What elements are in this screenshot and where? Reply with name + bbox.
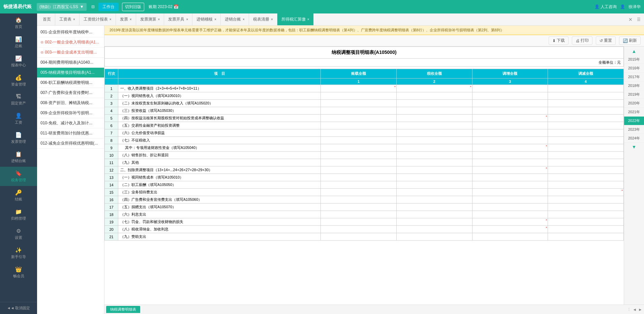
data-25-1[interactable] [321,226,397,233]
sidebar-item-member[interactable]: 👑 畅会员 [0,263,37,282]
tab-bar-menu[interactable]: ☰ [635,17,642,22]
data-14-3[interactable] [472,144,548,152]
data-8-4[interactable] [548,100,624,107]
data-22-2[interactable] [396,203,472,211]
data-16-1[interactable] [321,159,397,166]
data-6-4[interactable] [548,85,624,92]
data-18-1[interactable] [321,174,397,181]
data-9-3[interactable] [472,107,548,115]
tab-salary-close[interactable]: × [73,18,75,21]
list-item-004[interactable]: 004-期间费用明细表(A1040... [37,58,104,68]
sidebar-item-invoice[interactable]: 📄 发票管理 [0,128,37,148]
data-25-3[interactable] [472,226,548,233]
data-13-4[interactable] [548,137,624,144]
data-25-2[interactable] [396,226,472,233]
company-selector[interactable]: (物副）江西股宝-LSS ▼ [37,3,87,11]
data-14-4[interactable] [548,144,624,152]
sidebar-item-reports[interactable]: 📈 报表中心 [0,52,37,71]
year-2016[interactable]: 2016年 [624,64,644,73]
sidebar-item-ledger[interactable]: 📊 总账 [0,33,37,52]
old-version-btn[interactable]: 切到旧版 [122,3,144,11]
print-btn[interactable]: 🖨 打印 [572,36,592,45]
data-24-4[interactable] [548,218,624,226]
tab-inout-check-close[interactable]: × [214,18,216,21]
data-15-4[interactable] [548,152,624,159]
data-11-3[interactable] [472,122,548,129]
data-6-1[interactable] [321,85,397,92]
sidebar-item-finance[interactable]: 💰 资金管理 [0,71,37,90]
sidebar-item-close[interactable]: 🔑 结账 [0,186,37,205]
scroll-left-btn[interactable]: ◄ [633,307,637,312]
data-7-1[interactable] [321,92,397,100]
data-23-1[interactable] [321,211,397,218]
tab-bar-close-all[interactable]: ✕ [626,17,635,22]
year-2015[interactable]: 2015年 [624,55,644,64]
data-23-4[interactable] [548,211,624,218]
data-15-2[interactable] [396,152,472,159]
tab-invoice-open-close[interactable]: × [186,18,188,21]
data-7-4[interactable] [548,92,624,100]
tab-income-tax[interactable]: 所得税汇算缴 × [277,13,314,25]
data-16-2[interactable] [396,159,472,166]
data-12-3[interactable] [472,129,548,137]
tab-invoice-calc-close[interactable]: × [158,18,160,21]
data-25-4[interactable] [548,226,624,233]
year-2023[interactable]: 2023年 [624,125,644,134]
data-20-1[interactable] [321,189,397,196]
tab-tax-clear[interactable]: 税表清册 × [249,13,277,25]
tab-home[interactable]: 首页 [39,13,55,25]
tab-income-tax-close[interactable]: × [307,18,309,21]
year-2017[interactable]: 2017年 [624,73,644,82]
sidebar-item-settings[interactable]: ⚙ 设置 [0,224,37,244]
data-13-3[interactable] [472,137,548,144]
data-17-4[interactable] [548,166,624,174]
data-22-1[interactable] [321,203,397,211]
data-11-1[interactable] [321,122,397,129]
sidebar-item-home[interactable]: 🏠 首页 [0,13,37,33]
year-2019[interactable]: 2019年 [624,90,644,99]
data-23-2[interactable] [396,211,472,218]
list-item-003[interactable]: 003-一般企业成本支出明细... [37,48,104,58]
data-21-4[interactable] [548,196,624,203]
year-2020[interactable]: 2020年 [624,99,644,108]
data-15-1[interactable] [321,152,397,159]
tab-inout-ledger[interactable]: 进销台账 × [221,13,249,25]
data-20-4[interactable] [548,189,624,196]
data-9-1[interactable] [321,107,397,115]
list-item-005[interactable]: 005-纳税调整项目明细表(A1... [37,68,104,78]
data-16-4[interactable] [548,159,624,166]
data-11-4[interactable] [548,122,624,129]
sidebar-item-tax[interactable]: 🔖 税务管理 [0,167,37,186]
data-10-2[interactable] [396,115,472,122]
data-19-4[interactable] [548,181,624,189]
data-8-2[interactable] [396,100,472,107]
sidebar-item-inout[interactable]: 📋 进销台账 [0,148,37,167]
sidebar-item-archive[interactable]: 📁 归档管理 [0,205,37,224]
data-12-4[interactable] [548,129,624,137]
data-7-3[interactable] [472,92,548,100]
data-26-1[interactable] [321,233,397,241]
list-item-010[interactable]: 010-免税、减计收入及加计... [37,118,104,128]
year-2024[interactable]: 2024年 [624,134,644,143]
data-9-4[interactable] [548,107,624,115]
data-8-3[interactable] [472,100,548,107]
data-12-2[interactable] [396,129,472,137]
tab-tax-clear-close[interactable]: × [271,18,273,21]
data-22-3[interactable] [472,203,548,211]
tab-inout-check[interactable]: 进销稽核 × [192,13,221,25]
year-2021[interactable]: 2021年 [624,108,644,117]
workbench-btn[interactable]: 工作台 [98,3,119,11]
list-item-012[interactable]: 012-减免企业所得税优惠明细(... [37,138,104,149]
data-20-3[interactable] [472,189,548,196]
year-2018[interactable]: 2018年 [624,82,644,90]
data-21-3[interactable] [472,196,548,203]
spreadsheet-wrapper[interactable]: 纳税调整项目明细表(A105000) 全额单位：元 [104,46,624,305]
data-6-3[interactable] [472,85,548,92]
data-16-3[interactable] [472,159,548,166]
data-23-3[interactable] [472,211,548,218]
scroll-right-btn[interactable]: ► [638,307,642,312]
sidebar-item-salary[interactable]: 👤 工资 [0,109,37,128]
sidebar-item-assets[interactable]: 🏗 固定资产 [0,90,37,109]
refresh-btn[interactable]: 🔄 刷新 [619,36,641,45]
data-8-1[interactable] [321,100,397,107]
